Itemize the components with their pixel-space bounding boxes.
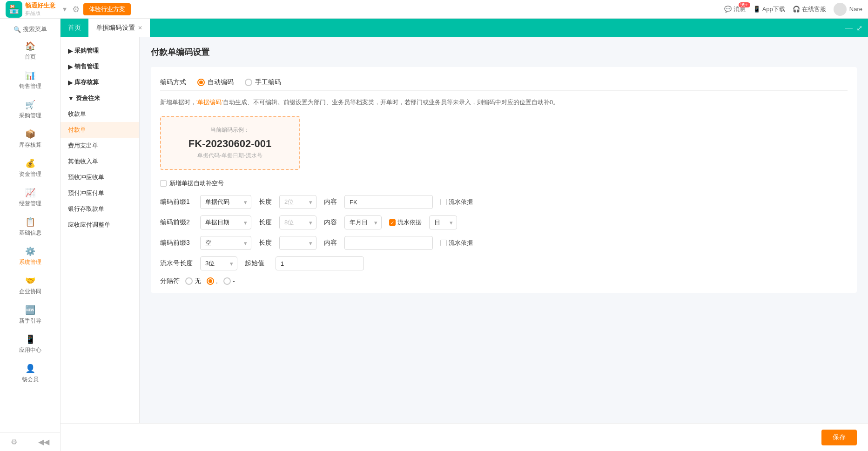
home-icon: 🏠 [25, 41, 35, 51]
app-logo[interactable]: 🏪 畅通好生意 拼品版 [6, 1, 55, 18]
prefix-row-1: 编码前缀1 单据代码 长度 2位 内容 流水依据 [160, 195, 848, 209]
auto-fill-checkbox[interactable] [160, 180, 167, 187]
code-preview-value: FK-20230602-001 [170, 138, 289, 150]
sidebar-item-operations[interactable]: 📈 经营管理 [0, 183, 60, 212]
subnav-item-payment[interactable]: 付款单 [61, 122, 139, 138]
purchase-icon: 🛒 [25, 100, 35, 110]
prefix3-stream-check[interactable]: 流水依据 [440, 239, 473, 247]
prefix3-content-input[interactable] [344, 236, 433, 250]
prefix1-label: 编码前缀1 [160, 198, 193, 206]
tabbar-right: — ⤢ [845, 24, 868, 33]
sidebar-item-home[interactable]: 🏠 首页 [0, 36, 60, 66]
subnav-item-prepay-receive[interactable]: 预收冲应收单 [61, 169, 139, 185]
enterprise-icon: 🤝 [25, 276, 35, 286]
sidebar-settings-icon[interactable]: ⚙ [11, 438, 17, 446]
subnav-item-ar-ap[interactable]: 应收应付调整单 [61, 217, 139, 233]
prefix1-content-input[interactable] [344, 195, 433, 209]
system-icon: ⚙️ [25, 246, 35, 256]
separator-row: 分隔符 无 . - [160, 277, 848, 285]
app-download[interactable]: 📱 App下载 [753, 5, 785, 13]
prefix2-length-label: 长度 [259, 218, 272, 227]
prefix3-stream-checkbox-box [440, 240, 447, 246]
prefix1-content-label: 内容 [324, 198, 337, 206]
prefix2-label: 编码前缀2 [160, 218, 193, 227]
tab-home[interactable]: 首页 [61, 19, 88, 37]
prefix2-select[interactable]: 单据日期 [200, 215, 251, 229]
sidebar-search[interactable]: 🔍 搜索菜单 [0, 22, 60, 36]
sep-none[interactable]: 无 [185, 277, 201, 285]
prefix2-stream-check[interactable]: ✓ 流水依据 [389, 218, 422, 227]
tab-close-icon[interactable]: ✕ [138, 25, 142, 31]
sidebar-item-finance[interactable]: 💰 资金管理 [0, 154, 60, 183]
subnav: ▶ 采购管理 ▶ 销售管理 ▶ 库存核算 ▼ 资金往来 收款单 付款单 [61, 37, 140, 423]
sidebar-item-member[interactable]: 👤 畅会员 [0, 359, 60, 388]
sidebar-item-inventory[interactable]: 📦 库存核算 [0, 124, 60, 154]
expand-icon[interactable]: ▾ [63, 5, 67, 13]
sidebar-collapse-icon[interactable]: ◀◀ [38, 438, 49, 446]
topbar-right: 💬 消息 99+ 📱 App下载 🎧 在线客服 Nare [724, 3, 862, 16]
start-value-input[interactable] [276, 256, 364, 270]
prefix1-length-select[interactable]: 2位 [279, 195, 316, 209]
sales-icon: 📊 [25, 70, 35, 81]
prefix2-period-select[interactable]: 日 [429, 215, 457, 229]
manual-radio-dot [245, 79, 252, 86]
subnav-item-other-income[interactable]: 其他收入单 [61, 154, 139, 169]
auto-radio-dot [197, 79, 205, 86]
serial-length-select[interactable]: 3位 [200, 256, 237, 270]
sep-dot[interactable]: . [207, 277, 218, 285]
sidebar-item-newguide[interactable]: 🆕 新手引导 [0, 300, 60, 330]
subnav-group-capital[interactable]: ▼ 资金往来 [61, 90, 139, 106]
prefix3-select[interactable]: 空 [200, 236, 251, 250]
subnav-capital-items: 收款单 付款单 费用支出单 其他收入单 预收冲应收单 预付冲应付单 银行存取款单… [61, 106, 139, 233]
sidebar-item-appcenter[interactable]: 📱 应用中心 [0, 330, 60, 359]
prefix2-content-select[interactable]: 年月日 [344, 215, 382, 229]
subnav-group-inventory[interactable]: ▶ 库存核算 [61, 74, 139, 90]
sep-dash[interactable]: - [223, 277, 235, 285]
chevron-right-icon2: ▶ [68, 63, 73, 70]
message-area[interactable]: 💬 消息 99+ [724, 5, 746, 13]
sidebar-item-sales[interactable]: 📊 销售管理 [0, 66, 60, 95]
subnav-group-sales[interactable]: ▶ 销售管理 [61, 59, 139, 74]
industry-button[interactable]: 体验行业方案 [83, 3, 131, 15]
save-button[interactable]: 保存 [821, 430, 857, 445]
subnav-item-receipt[interactable]: 收款单 [61, 106, 139, 122]
encoding-mode-group: 编码方式 自动编码 手工编码 [160, 74, 848, 91]
prefix3-length-select[interactable] [279, 236, 316, 250]
subnav-item-expense[interactable]: 费用支出单 [61, 138, 139, 154]
sidebar-item-enterprise[interactable]: 🤝 企业协同 [0, 271, 60, 300]
sep-dash-dot [223, 277, 231, 285]
prefix1-stream-check[interactable]: 流水依据 [440, 198, 473, 206]
settings-icon[interactable]: ⚙ [72, 4, 80, 14]
prefix1-select[interactable]: 单据代码 [200, 195, 251, 209]
tabbar-minimize-icon[interactable]: — [845, 24, 853, 32]
sidebar-item-system[interactable]: ⚙️ 系统管理 [0, 242, 60, 271]
topbar: 🏪 畅通好生意 拼品版 ▾ ⚙ 体验行业方案 💬 消息 99+ 📱 App下载 … [0, 0, 868, 19]
footer-bar: 保存 [61, 423, 868, 451]
sidebar-item-purchase[interactable]: 🛒 采购管理 [0, 95, 60, 124]
sidebar: 🔍 搜索菜单 🏠 首页 📊 销售管理 🛒 采购管理 📦 库存核算 💰 资金管理 … [0, 19, 61, 451]
main-layout: 🔍 搜索菜单 🏠 首页 📊 销售管理 🛒 采购管理 📦 库存核算 💰 资金管理 … [0, 19, 868, 451]
chevron-down-icon: ▼ [68, 95, 74, 102]
prefix2-length-select[interactable]: 8位 [279, 215, 316, 229]
content-area: 首页 单据编码设置 ✕ — ⤢ ▶ 采购管理 ▶ 销售管理 [61, 19, 868, 451]
tab-encoding[interactable]: 单据编码设置 ✕ [88, 19, 150, 37]
subnav-item-prepay-pay[interactable]: 预付冲应付单 [61, 185, 139, 201]
subnav-group-purchase[interactable]: ▶ 采购管理 [61, 43, 139, 59]
auto-radio[interactable]: 自动编码 [197, 78, 234, 87]
online-service[interactable]: 🎧 在线客服 [793, 5, 826, 13]
search-icon: 🔍 [13, 26, 21, 33]
info-text: 新增单据时，'单据编码'自动生成、不可编辑。前缀设置为部门、业务员等档案类，开单… [160, 98, 848, 107]
user-area[interactable]: Nare [834, 3, 862, 16]
sidebar-item-basic[interactable]: 📋 基础信息 [0, 212, 60, 242]
tabbar-maximize-icon[interactable]: ⤢ [856, 24, 862, 33]
manual-radio[interactable]: 手工编码 [245, 78, 281, 87]
avatar [834, 3, 847, 16]
tabbar: 首页 单据编码设置 ✕ — ⤢ [61, 19, 868, 37]
sep-none-dot [185, 277, 193, 285]
subnav-item-bank[interactable]: 银行存取款单 [61, 201, 139, 217]
topbar-left: 🏪 畅通好生意 拼品版 ▾ ⚙ 体验行业方案 [6, 1, 131, 18]
auto-fill-row[interactable]: 新增单据自动补空号 [160, 179, 848, 188]
service-icon: 🎧 [793, 6, 800, 13]
message-icon: 💬 [724, 6, 732, 13]
prefix-row-2: 编码前缀2 单据日期 长度 8位 内容 年月日 ✓ 流水依据 日 [160, 215, 848, 229]
